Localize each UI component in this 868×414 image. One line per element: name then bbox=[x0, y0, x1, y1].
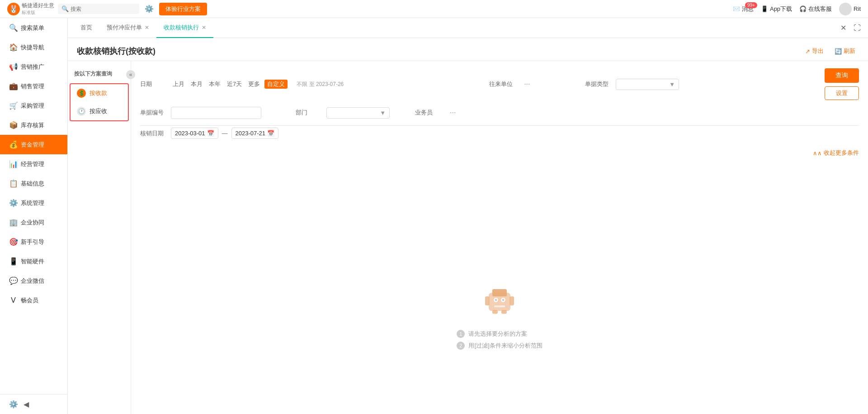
tab-receipts[interactable]: 收款核销执行 ✕ bbox=[156, 18, 213, 38]
tab-home[interactable]: 首页 bbox=[73, 18, 99, 38]
page-header-buttons: ↗ 导出 🔄 刷新 bbox=[802, 45, 859, 57]
date-last-month[interactable]: 上月 bbox=[171, 80, 186, 89]
filter-panel: 按以下方案查询 💲 按收款 🕐 按应收 « bbox=[68, 61, 131, 414]
sidebar-settings-icon[interactable]: ⚙️ bbox=[9, 400, 18, 409]
filter-option-by-receivable[interactable]: 🕐 按应收 bbox=[71, 102, 128, 120]
sidebar-item-basic-info[interactable]: 📋 基础信息 bbox=[0, 174, 67, 193]
sidebar-item-enterprise[interactable]: 🏢 企业协同 bbox=[0, 213, 67, 232]
collapse-more-conditions[interactable]: ∧∧ 收起更多条件 bbox=[140, 145, 859, 161]
system-icon: ⚙️ bbox=[9, 199, 17, 207]
sidebar-item-system[interactable]: ⚙️ 系统管理 bbox=[0, 193, 67, 213]
app-download-label: App下载 bbox=[770, 5, 792, 13]
business-select[interactable]: ··· bbox=[446, 106, 500, 119]
write-off-label: 核销日期 bbox=[140, 129, 167, 138]
write-off-start-value: 2023-03-01 bbox=[175, 130, 205, 137]
counterparty-field: 往来单位 ··· bbox=[489, 78, 574, 90]
tab-receipts-close[interactable]: ✕ bbox=[202, 24, 206, 31]
date-more[interactable]: 更多 bbox=[246, 80, 262, 89]
date-this-year[interactable]: 本年 bbox=[207, 80, 222, 89]
tab-expand-button[interactable]: ⛶ bbox=[852, 22, 863, 34]
sidebar-item-inventory[interactable]: 📦 库存核算 bbox=[0, 115, 67, 135]
filter-option-by-receipt[interactable]: 💲 按收款 bbox=[71, 84, 128, 102]
sidebar-item-hardware[interactable]: 📱 智能硬件 bbox=[0, 252, 67, 271]
tab-prepay-label: 预付冲应付单 bbox=[107, 24, 142, 32]
date-7days[interactable]: 近7天 bbox=[225, 80, 244, 89]
sidebar-item-guide[interactable]: 🎯 新手引导 bbox=[0, 232, 67, 252]
department-select[interactable]: ▼ bbox=[326, 107, 390, 119]
industry-button[interactable]: 体验行业方案 bbox=[159, 3, 207, 15]
counterparty-label: 往来单位 bbox=[489, 80, 516, 88]
refresh-label: 刷新 bbox=[844, 47, 855, 55]
tab-prepay[interactable]: 预付冲应付单 ✕ bbox=[99, 18, 156, 38]
sidebar-item-label: 采购管理 bbox=[21, 102, 44, 110]
svg-rect-10 bbox=[501, 310, 507, 314]
settings-button[interactable]: 设置 bbox=[825, 86, 859, 100]
body-row: 按以下方案查询 💲 按收款 🕐 按应收 « 日期 bbox=[68, 61, 868, 414]
filter-panel-toggle[interactable]: « bbox=[126, 70, 135, 79]
export-button[interactable]: ↗ 导出 bbox=[802, 45, 827, 57]
main-content: 首页 预付冲应付单 ✕ 收款核销执行 ✕ ✕ ⛶ 收款核销执行(按收款) ↗ 导… bbox=[68, 18, 868, 414]
date-field: 日期 上月 本月 本年 近7天 更多 自定义 bbox=[140, 80, 288, 89]
doc-type-arrow: ▼ bbox=[669, 81, 675, 88]
svg-rect-1 bbox=[492, 289, 507, 296]
sidebar-item-label: 基础信息 bbox=[21, 180, 44, 188]
write-off-start-date[interactable]: 2023-03-01 📅 bbox=[171, 128, 218, 139]
svg-point-5 bbox=[502, 299, 505, 301]
refresh-button[interactable]: 🔄 刷新 bbox=[831, 45, 859, 57]
calendar-icon2: 📅 bbox=[267, 130, 274, 137]
tip2-text: 用[过滤]条件来缩小分析范围 bbox=[468, 342, 542, 350]
online-service-button[interactable]: 🎧 在线客服 bbox=[799, 5, 832, 13]
gear-button[interactable]: ⚙️ bbox=[143, 3, 156, 15]
write-off-date-field: 核销日期 2023-03-01 📅 — 2023-07-21 📅 bbox=[140, 128, 278, 139]
sales-icon: 💼 bbox=[9, 82, 17, 90]
sidebar-collapse-icon[interactable]: ◀ bbox=[24, 400, 29, 409]
sidebar-item-vip[interactable]: Ⅴ 畅会员 bbox=[0, 290, 67, 310]
sidebar-item-marketing[interactable]: 📢 营销推广 bbox=[0, 57, 67, 76]
doc-type-select[interactable]: ▼ bbox=[616, 79, 679, 90]
vip-icon: Ⅴ bbox=[9, 296, 17, 305]
sidebar-item-finance[interactable]: 💰 资金管理 bbox=[0, 135, 67, 154]
date-label: 日期 bbox=[140, 80, 167, 88]
date-custom[interactable]: 自定义 bbox=[264, 80, 288, 89]
department-field: 部门 ▼ bbox=[296, 107, 390, 119]
message-button[interactable]: ✉️ 消息 99+ bbox=[733, 5, 754, 13]
right-fields: 往来单位 ··· 单据类型 ▼ bbox=[489, 78, 679, 90]
write-off-end-date[interactable]: 2023-07-21 📅 bbox=[231, 128, 279, 139]
sidebar-item-sales[interactable]: 💼 销售管理 bbox=[0, 76, 67, 96]
sidebar-item-search-menu[interactable]: 🔍 搜索菜单 bbox=[0, 18, 67, 38]
sidebar-item-quick-nav[interactable]: 🏠 快捷导航 bbox=[0, 38, 67, 57]
sidebar-item-operation[interactable]: 📊 经营管理 bbox=[0, 154, 67, 174]
sidebar-bottom: ⚙️ ◀ bbox=[0, 394, 67, 414]
svg-point-4 bbox=[495, 299, 497, 301]
sidebar-item-label: 智能硬件 bbox=[21, 257, 44, 266]
doc-number-field: 单据编号 bbox=[140, 107, 261, 119]
counterparty-dots: ··· bbox=[524, 80, 530, 88]
query-button[interactable]: 查询 bbox=[825, 68, 859, 83]
marketing-icon: 📢 bbox=[9, 62, 17, 71]
write-off-end-value: 2023-07-21 bbox=[236, 130, 266, 137]
empty-tips: 1 请先选择要分析的方案 2 用[过滤]条件来缩小分析范围 bbox=[457, 330, 542, 350]
quick-nav-icon: 🏠 bbox=[9, 43, 17, 52]
top-search-input[interactable] bbox=[71, 6, 134, 12]
business-label: 业务员 bbox=[415, 109, 442, 117]
search-icon: 🔍 bbox=[61, 5, 69, 12]
sidebar-item-wechat[interactable]: 💬 企业微信 bbox=[0, 271, 67, 290]
tab-home-label: 首页 bbox=[80, 24, 92, 32]
purchase-icon: 🛒 bbox=[9, 101, 17, 110]
counterparty-select[interactable]: ··· bbox=[520, 78, 574, 90]
refresh-icon: 🔄 bbox=[835, 48, 842, 55]
collapse-arrows: ∧∧ bbox=[813, 150, 822, 157]
user-profile[interactable]: Rit bbox=[839, 3, 861, 15]
business-dots: ··· bbox=[450, 109, 456, 117]
app-download-button[interactable]: 📱 App下载 bbox=[761, 5, 792, 13]
sidebar-item-purchase[interactable]: 🛒 采购管理 bbox=[0, 96, 67, 115]
doc-number-input[interactable] bbox=[171, 107, 261, 119]
sidebar-item-label: 销售管理 bbox=[21, 82, 44, 90]
filter-option-label: 按收款 bbox=[90, 89, 107, 97]
top-search-bar[interactable]: 🔍 bbox=[58, 4, 139, 14]
date-this-month[interactable]: 本月 bbox=[189, 80, 204, 89]
tab-close-all-button[interactable]: ✕ bbox=[839, 22, 848, 34]
tab-prepay-close[interactable]: ✕ bbox=[145, 24, 149, 31]
sidebar: 🔍 搜索菜单 🏠 快捷导航 📢 营销推广 💼 销售管理 🛒 采购管理 📦 库存核… bbox=[0, 18, 68, 414]
form-row-1: 日期 上月 本月 本年 近7天 更多 自定义 不限 至 2023-07-26 bbox=[140, 68, 859, 100]
